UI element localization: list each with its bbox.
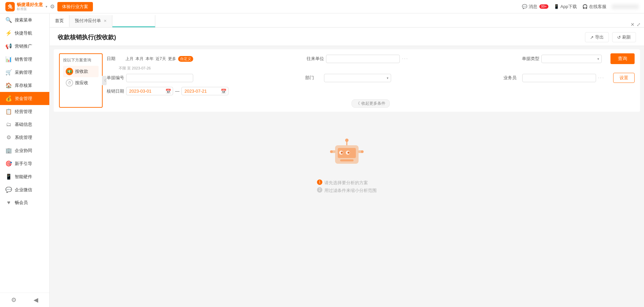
salesperson-dots-btn[interactable]: ··· xyxy=(598,75,604,81)
svg-point-5 xyxy=(347,152,350,154)
date-link-this-year[interactable]: 本年 xyxy=(146,56,154,62)
message-badge: 99+ xyxy=(539,4,548,9)
online-service-button[interactable]: 🎧 在线客服 xyxy=(582,4,606,10)
date-filter-group: 日期 上月 本月 本年 近7天 更多 自定义 xyxy=(107,56,193,62)
filter-option-by-receipt[interactable]: 💵 按收款 xyxy=(63,66,99,77)
user-account[interactable] xyxy=(612,4,639,9)
empty-tip-1: 1 请先选择要分析的方案 xyxy=(317,179,377,187)
sidebar-collapse-icon[interactable]: ◀ xyxy=(34,296,38,304)
sidebar-settings-icon[interactable]: ⚙ xyxy=(11,296,16,304)
query-button[interactable]: 查询 xyxy=(610,53,635,64)
sidebar-item-enterprise[interactable]: 🏢 企业协同 xyxy=(0,144,49,157)
top-bar: 兔 畅捷通好生意 标准版 ▾ ⚙ 体验行业方案 💬 消息 99+ 📱 App下载… xyxy=(0,0,644,13)
tab-home-label: 首页 xyxy=(55,18,64,24)
tab-collection[interactable]: 收款核销执行 ✕ xyxy=(112,15,155,27)
sidebar-item-hardware[interactable]: 📱 智能硬件 xyxy=(0,170,49,183)
tab-close-all-icon[interactable]: ✕ xyxy=(631,22,635,27)
svg-point-11 xyxy=(330,150,333,153)
document-type-select[interactable] xyxy=(541,55,602,63)
tab-collection-close-icon[interactable]: ✕ xyxy=(147,19,150,23)
target-icon: 🎯 xyxy=(5,160,12,167)
calendar-start-icon[interactable]: 📅 xyxy=(165,89,171,94)
sidebar-item-purchase[interactable]: 🛒 采购管理 xyxy=(0,66,49,79)
counterparty-input[interactable] xyxy=(326,55,400,63)
tab-prepay[interactable]: 预付冲应付单 ✕ xyxy=(69,15,112,27)
refresh-label: 刷新 xyxy=(622,34,631,40)
filter-row-3: 核销日期 📅 — 📅 xyxy=(107,87,635,95)
message-button[interactable]: 💬 消息 99+ xyxy=(522,4,548,10)
collapse-conditions-button[interactable]: 《 收起更多条件 xyxy=(352,99,390,108)
page-title: 收款核销执行(按收款) xyxy=(58,33,116,41)
sidebar-label-operations: 经营管理 xyxy=(15,109,32,115)
sidebar-label-wechat: 企业微信 xyxy=(15,187,32,193)
sidebar-item-wechat[interactable]: 💬 企业微信 xyxy=(0,183,49,196)
building-icon: 🏢 xyxy=(5,147,12,154)
filter-option-by-receivable[interactable]: ⏱ 按应收 xyxy=(63,77,99,89)
sidebar-item-finance[interactable]: 💰 资金管理 xyxy=(0,92,49,105)
date-link-more[interactable]: 更多 xyxy=(168,56,176,62)
setting-button[interactable]: 设置 xyxy=(613,73,635,83)
app-download-button[interactable]: 📱 App下载 xyxy=(554,4,577,10)
date-limit-hint: 不限 至 2023-07-26 xyxy=(119,65,635,71)
tab-prepay-close-icon[interactable]: ✕ xyxy=(104,19,107,23)
docno-input[interactable] xyxy=(126,74,193,82)
app-dropdown-icon[interactable]: ▾ xyxy=(46,5,47,8)
sidebar-item-quick-nav[interactable]: ⚡ 快捷导航 xyxy=(0,27,49,40)
salesperson-label: 业务员 xyxy=(503,75,520,81)
clock-icon: ⏱ xyxy=(66,79,73,87)
sidebar-label-marketing: 营销推广 xyxy=(15,43,32,49)
sidebar-item-inventory[interactable]: 🏠 库存核算 xyxy=(0,79,49,92)
sidebar-item-search-menu[interactable]: 🔍 搜索菜单 xyxy=(0,13,49,27)
svg-point-12 xyxy=(361,150,364,153)
filter-right-panel: 日期 上月 本月 本年 近7天 更多 自定义 往来单位 xyxy=(107,53,635,108)
filter-collapse-btn[interactable]: 《 xyxy=(102,76,107,85)
export-label: 导出 xyxy=(595,34,604,40)
svg-point-3 xyxy=(341,152,343,154)
sidebar-item-system[interactable]: ⚙ 系统管理 xyxy=(0,131,49,144)
device-icon: 📱 xyxy=(5,173,12,180)
sidebar-label-inventory: 库存核算 xyxy=(15,83,32,89)
svg-point-8 xyxy=(345,139,348,142)
chart-icon: 📊 xyxy=(5,56,12,62)
dept-filter-group: 部门 xyxy=(305,74,391,82)
filter-option-receivable-label: 按应收 xyxy=(75,80,88,86)
sidebar-item-marketing[interactable]: 📢 营销推广 xyxy=(0,40,49,53)
date-link-7days[interactable]: 近7天 xyxy=(156,56,166,62)
sidebar-label-sales: 销售管理 xyxy=(15,56,32,62)
sidebar-item-sales[interactable]: 📊 销售管理 xyxy=(0,53,49,66)
salesperson-input[interactable] xyxy=(522,74,596,82)
counterparty-label: 往来单位 xyxy=(307,56,324,62)
date-quick-links: 上月 本月 本年 近7天 更多 自定义 xyxy=(125,56,193,62)
message-label: 消息 xyxy=(529,4,537,10)
cart-icon: 🛒 xyxy=(5,69,12,75)
settings-icon[interactable]: ⚙ xyxy=(50,3,55,10)
sidebar-item-member[interactable]: ♥ 畅会员 xyxy=(0,196,49,209)
dept-select[interactable] xyxy=(324,74,391,82)
filter-left-title: 按以下方案查询 xyxy=(63,57,99,63)
empty-state: 1 请先选择要分析的方案 2 用过滤条件来缩小分析范围 xyxy=(50,115,644,215)
sidebar-label-basic-info: 基础信息 xyxy=(15,121,32,127)
writeoff-date-label: 核销日期 xyxy=(107,88,124,94)
tab-home[interactable]: 首页 xyxy=(50,15,69,27)
chevron-up-icon: 《 xyxy=(356,101,360,106)
app-download-label: App下载 xyxy=(560,4,577,10)
empty-tip-2: 2 用过滤条件来缩小分析范围 xyxy=(317,187,377,194)
writeoff-date-range: 📅 — 📅 xyxy=(126,87,228,95)
sidebar-item-basic-info[interactable]: 🗂 基础信息 xyxy=(0,118,49,131)
document-type-label: 单据类型 xyxy=(522,56,539,62)
date-link-last-month[interactable]: 上月 xyxy=(125,56,133,62)
download-icon: 📱 xyxy=(554,4,559,9)
sidebar-item-operations[interactable]: 📋 经营管理 xyxy=(0,105,49,118)
house-icon: 🏠 xyxy=(5,82,12,89)
calendar-end-icon[interactable]: 📅 xyxy=(221,89,226,94)
industry-solution-button[interactable]: 体验行业方案 xyxy=(57,2,93,11)
sidebar-item-guide[interactable]: 🎯 新手引导 xyxy=(0,157,49,170)
sidebar-label-member: 畅会员 xyxy=(15,200,28,206)
refresh-button[interactable]: ↺ 刷新 xyxy=(612,32,636,42)
tab-expand-icon[interactable]: ⤢ xyxy=(637,22,641,27)
date-link-custom[interactable]: 自定义 xyxy=(178,56,193,62)
export-button[interactable]: ↗ 导出 xyxy=(585,32,609,42)
tab-bar-right: ✕ ⤢ xyxy=(627,22,644,27)
counterparty-dots-btn[interactable]: ··· xyxy=(402,56,408,62)
date-link-this-month[interactable]: 本月 xyxy=(136,56,144,62)
